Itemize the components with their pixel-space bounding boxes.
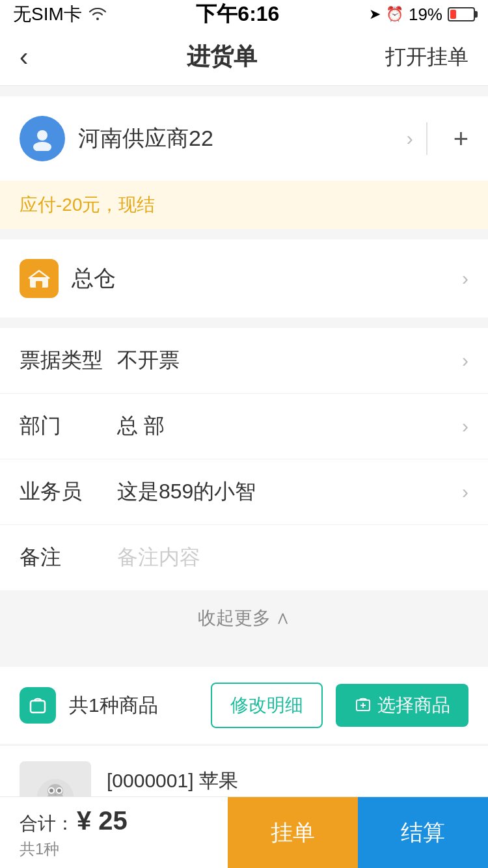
products-icon	[20, 687, 56, 724]
wifi-icon	[88, 4, 107, 25]
products-count: 共1种商品	[69, 692, 198, 719]
edit-details-button[interactable]: 修改明细	[211, 683, 323, 728]
nav-bar: ‹ 进货单 打开挂单	[0, 29, 488, 86]
supplier-row: 河南供应商22 › +	[0, 96, 488, 181]
collapse-row[interactable]: 收起更多 ∧	[0, 590, 488, 646]
hang-button[interactable]: 挂单	[228, 797, 358, 868]
carrier-label: 无SIM卡	[13, 2, 82, 27]
svg-point-0	[37, 130, 47, 141]
department-chevron-icon: ›	[462, 415, 468, 437]
checkout-button[interactable]: 结算	[358, 797, 488, 868]
remark-input[interactable]: 备注内容	[111, 543, 468, 572]
bottom-bar: 合计： ¥ 25 共1种 挂单 结算	[0, 796, 488, 868]
invoice-row[interactable]: 票据类型 不开票 ›	[0, 328, 488, 394]
salesperson-value: 这是859的小智	[111, 478, 462, 506]
warehouse-name: 总仓	[72, 264, 462, 293]
back-button[interactable]: ‹	[20, 42, 59, 72]
invoice-chevron-icon: ›	[462, 349, 468, 372]
total-count: 共1种	[20, 839, 208, 860]
department-label: 部门	[20, 412, 111, 441]
invoice-value: 不开票	[111, 346, 462, 375]
supplier-avatar	[20, 116, 65, 161]
svg-point-1	[33, 142, 51, 151]
status-bar: 无SIM卡 下午6:16 ➤ ⏰ 19%	[0, 0, 488, 29]
salesperson-chevron-icon: ›	[462, 481, 468, 503]
divider-3	[0, 318, 488, 328]
total-section: 合计： ¥ 25 共1种	[0, 797, 228, 868]
svg-point-13	[49, 789, 53, 793]
add-supplier-button[interactable]: +	[454, 124, 468, 154]
location-icon: ➤	[369, 6, 381, 23]
form-card: 票据类型 不开票 › 部门 总 部 › 业务员 这是859的小智 › 备注 备注…	[0, 328, 488, 590]
product-code: [0000001]	[107, 770, 193, 791]
divider-1	[0, 86, 488, 96]
supplier-actions: › +	[407, 122, 468, 155]
department-value: 总 部	[111, 412, 462, 441]
remark-label: 备注	[20, 543, 111, 572]
status-left: 无SIM卡	[13, 2, 107, 27]
supplier-divider	[426, 122, 427, 155]
alarm-icon: ⏰	[386, 6, 403, 23]
invoice-label: 票据类型	[20, 346, 111, 375]
divider-2	[0, 229, 488, 239]
battery-icon	[448, 7, 475, 21]
select-product-button[interactable]: 选择商品	[336, 684, 468, 727]
supplier-chevron-icon: ›	[407, 128, 413, 150]
remark-row[interactable]: 备注 备注内容	[0, 525, 488, 590]
total-label: 合计：	[20, 811, 74, 836]
warehouse-row[interactable]: 总仓 ›	[0, 239, 488, 318]
open-hang-button[interactable]: 打开挂单	[385, 43, 468, 72]
supplier-name[interactable]: 河南供应商22	[78, 124, 407, 154]
salesperson-label: 业务员	[20, 478, 111, 506]
status-right: ➤ ⏰ 19%	[369, 5, 475, 25]
products-header: 共1种商品 修改明细 选择商品	[0, 667, 488, 744]
battery-pct-label: 19%	[409, 5, 442, 25]
product-title: 苹果	[199, 770, 238, 791]
warehouse-icon	[20, 259, 59, 298]
warning-banner: 应付-20元，现结	[0, 181, 488, 229]
warehouse-chevron-icon: ›	[462, 267, 468, 290]
product-name: [0000001] 苹果	[107, 768, 451, 794]
time-label: 下午6:16	[196, 0, 279, 29]
svg-point-14	[57, 789, 61, 793]
svg-rect-4	[31, 701, 45, 712]
select-product-label: 选择商品	[377, 693, 450, 718]
page-title: 进货单	[187, 41, 257, 73]
divider-4	[0, 646, 488, 657]
department-row[interactable]: 部门 总 部 ›	[0, 394, 488, 459]
supplier-card: 河南供应商22 › + 应付-20元，现结	[0, 96, 488, 229]
salesperson-row[interactable]: 业务员 这是859的小智 ›	[0, 459, 488, 525]
svg-rect-3	[36, 281, 42, 288]
total-amount: ¥ 25	[77, 806, 128, 835]
